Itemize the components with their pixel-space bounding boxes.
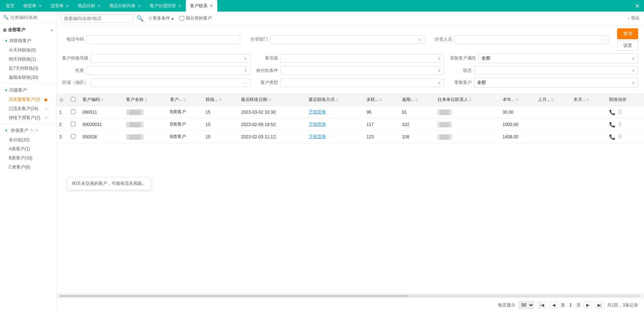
- cell-liaison: ███: [435, 118, 500, 131]
- price-grade-dropdown[interactable]: ∨: [90, 54, 250, 63]
- tab-home[interactable]: 首页: [1, 0, 19, 12]
- col-unlisted[interactable]: 未联...⇅: [363, 94, 399, 106]
- query-button[interactable]: 查询: [617, 28, 638, 39]
- col-last-contact-method[interactable]: 最后联络方式⇅: [306, 94, 363, 106]
- phone-icon[interactable]: 📞: [609, 122, 615, 127]
- nature-dropdown[interactable]: ∨: [86, 66, 250, 75]
- row-checkbox[interactable]: [71, 122, 76, 126]
- payment-dropdown[interactable]: ∨: [280, 66, 444, 75]
- sidebar-item-churn-warning[interactable]: 流失预警客户(3): [0, 95, 56, 104]
- question-icon: ?: [45, 107, 47, 111]
- settings-button[interactable]: 设置: [617, 41, 638, 50]
- sidebar-item-declining[interactable]: 持续下滑客户(2) ?: [0, 113, 56, 122]
- retail-attr-dropdown[interactable]: 全部 ∨: [478, 53, 638, 63]
- export-button[interactable]: ↑ 导出: [627, 15, 640, 21]
- last-method-link[interactable]: 下销货单: [309, 109, 326, 114]
- sidebar-item-c-class[interactable]: C类客户(6): [0, 163, 56, 172]
- col-last-contact-date[interactable]: 最后联络日期⇅: [238, 94, 306, 106]
- col-overdue[interactable]: 逾期...⇅: [399, 94, 435, 106]
- search-button[interactable]: 🔍: [136, 15, 144, 22]
- last-method-link[interactable]: 下销货单: [309, 122, 326, 127]
- last-page-button[interactable]: ▶|: [595, 301, 604, 309]
- close-icon[interactable]: ✕: [97, 4, 101, 8]
- cell-liaison: ███: [435, 131, 500, 143]
- col-name[interactable]: 客户名称⇅: [123, 94, 167, 106]
- sidebar-cat-pending-header[interactable]: ▼ 待联络客户: [0, 36, 56, 46]
- customer-grade-dropdown[interactable]: ∨: [280, 54, 444, 63]
- phone-input[interactable]: [86, 35, 240, 44]
- window-close-button[interactable]: ✕: [632, 3, 643, 9]
- chevron-down-icon: ∨: [418, 37, 421, 42]
- select-all-checkbox[interactable]: [71, 97, 76, 102]
- col-gear[interactable]: ⚙: [56, 94, 68, 106]
- col-code[interactable]: 客户编码⇅: [80, 94, 123, 106]
- close-icon[interactable]: ✕: [178, 4, 181, 8]
- last-method-link[interactable]: 下销货单: [309, 134, 326, 139]
- col-customer-type[interactable]: 客户...⇅: [167, 94, 203, 106]
- sidebar-item-b-class[interactable]: B类客户(33): [0, 154, 56, 163]
- tab-purchase-order[interactable]: 进货单 ✕: [46, 0, 73, 12]
- retail-customer-dropdown[interactable]: 全部 ∨: [474, 78, 638, 88]
- gear-icon[interactable]: ⚙: [59, 97, 64, 103]
- more-actions-icon[interactable]: ⠿: [618, 122, 622, 127]
- scrollbar-thumb[interactable]: [59, 295, 408, 297]
- first-page-button[interactable]: |◀: [537, 301, 547, 309]
- sidebar-item-unclassified[interactable]: 未分组(32): [0, 135, 56, 145]
- prev-page-button[interactable]: ◀: [550, 301, 558, 309]
- row-checkbox[interactable]: [71, 109, 76, 114]
- col-liaison[interactable]: 往来单位联系人⇅: [435, 94, 500, 106]
- customer-type-dropdown[interactable]: ∨: [280, 78, 444, 87]
- cell-checkbox[interactable]: [68, 106, 80, 118]
- more-conditions-button[interactable]: ▽ 更多条件 ▲: [146, 14, 177, 23]
- tab-customer-contact[interactable]: 客户联系 ✕: [186, 0, 217, 12]
- sidebar-item-churned[interactable]: 已流失客户(24) ?: [0, 104, 56, 113]
- col-this-month[interactable]: 本月...⇅: [571, 94, 606, 106]
- close-icon[interactable]: ✕: [138, 4, 141, 8]
- tab-sales-order[interactable]: 销货单 ✕: [19, 0, 46, 12]
- sidebar-cat-problem-header[interactable]: ▼ 问题客户: [0, 85, 56, 95]
- edit-icon[interactable]: ✎: [35, 128, 39, 133]
- phone-icon[interactable]: 📞: [609, 134, 615, 140]
- col-this-year[interactable]: 本年...⇅: [500, 94, 535, 106]
- cell-checkbox[interactable]: [68, 131, 80, 143]
- col-last-month[interactable]: 上月...⇅: [535, 94, 571, 106]
- chevron-down-icon: ∨: [438, 80, 441, 85]
- sidebar-item-overdue[interactable]: 逾期未联络(30): [0, 73, 56, 82]
- tab-product-analysis-list[interactable]: 商品分析列表 ✕: [105, 0, 145, 12]
- close-icon[interactable]: ✕: [39, 4, 42, 8]
- phone-icon[interactable]: 📞: [609, 109, 615, 115]
- sidebar-item-today[interactable]: 今天待联络(0): [0, 46, 56, 55]
- cell-contact-count: 15: [203, 131, 238, 143]
- sidebar-item-7days[interactable]: 近7天待联络(0): [0, 64, 56, 73]
- sidebar-cat-value-header[interactable]: ▼ 价值客户 ↻ ✎: [0, 126, 56, 135]
- region-dropdown[interactable]: ···: [90, 78, 250, 87]
- sidebar-all-customers[interactable]: ⊞ 全部客户 «: [0, 25, 56, 35]
- row-checkbox[interactable]: [71, 134, 76, 139]
- refresh-icon[interactable]: ↻: [31, 128, 34, 133]
- page-size-select[interactable]: 50: [518, 301, 534, 309]
- sidebar-item-a-class[interactable]: A类客户(1): [0, 145, 56, 154]
- search-input[interactable]: [61, 14, 133, 23]
- cell-checkbox[interactable]: [68, 118, 80, 131]
- cell-seq: 1: [56, 106, 68, 118]
- manager-dropdown[interactable]: ···: [454, 35, 608, 44]
- more-dots-icon[interactable]: ···: [243, 80, 247, 85]
- more-actions-icon[interactable]: ⠿: [618, 134, 622, 140]
- more-dots-icon[interactable]: ···: [601, 37, 605, 42]
- col-contact-count[interactable]: 联络...⇅: [203, 94, 238, 106]
- close-icon[interactable]: ✕: [210, 4, 213, 8]
- close-icon[interactable]: ✕: [66, 4, 69, 8]
- next-page-button[interactable]: ▶: [584, 301, 592, 309]
- my-customers-checkbox[interactable]: [180, 16, 184, 21]
- more-actions-icon[interactable]: ⠿: [618, 109, 622, 115]
- horizontal-scrollbar[interactable]: [56, 293, 644, 298]
- dept-dropdown[interactable]: ∨: [270, 35, 424, 44]
- tab-customer-tier[interactable]: 客户分层经营 ✕: [145, 0, 186, 12]
- col-checkbox[interactable]: [68, 94, 80, 106]
- sidebar-item-tomorrow[interactable]: 明天待联络(1): [0, 55, 56, 64]
- status-dropdown[interactable]: ∨: [474, 66, 638, 75]
- my-customers-checkbox-label[interactable]: 我分管的客户: [180, 15, 212, 21]
- filter-dept: 分管部门 ∨: [246, 35, 424, 44]
- tab-product-analysis[interactable]: 商品分析 ✕: [73, 0, 105, 12]
- sidebar-search-input[interactable]: [10, 15, 53, 20]
